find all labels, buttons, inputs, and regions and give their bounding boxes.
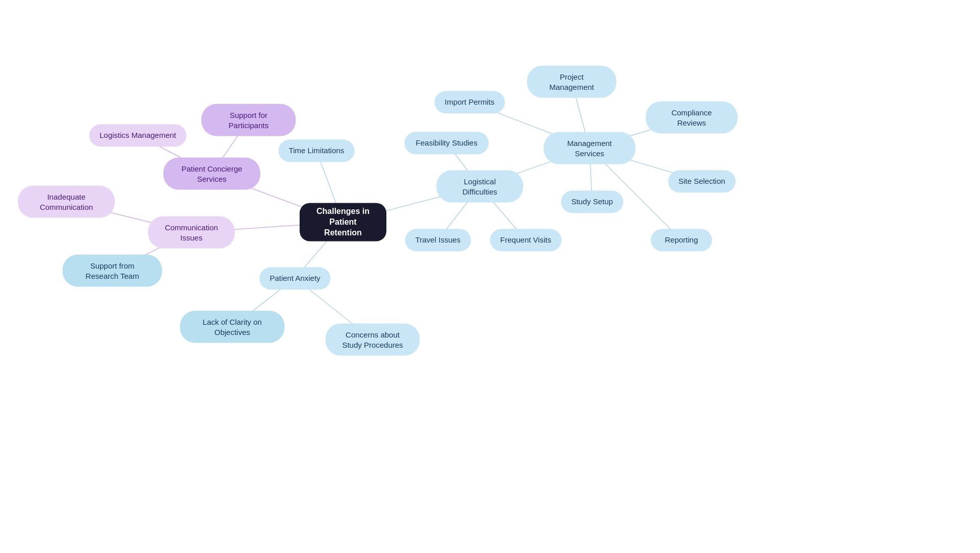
- site-selection-node: Site Selection: [668, 170, 736, 193]
- patient-concierge-node: Patient Concierge Services: [163, 158, 260, 190]
- inadequate-communication-node: Inadequate Communication: [18, 186, 115, 218]
- travel-issues-node: Travel Issues: [405, 229, 471, 251]
- logistical-difficulties-node: Logistical Difficulties: [436, 171, 523, 203]
- feasibility-studies-node: Feasibility Studies: [405, 132, 489, 154]
- support-participants-node: Support for Participants: [202, 104, 296, 136]
- compliance-reviews-node: Compliance Reviews: [646, 102, 738, 134]
- communication-issues-node: Communication Issues: [148, 217, 235, 249]
- import-permits-node: Import Permits: [434, 91, 505, 113]
- project-management-node: Project Management: [527, 66, 617, 98]
- concerns-study-node: Concerns about Study Procedures: [326, 324, 420, 356]
- mind-map: Challenges in Patient RetentionTime Limi…: [0, 0, 980, 553]
- center-node: Challenges in Patient Retention: [300, 203, 386, 242]
- patient-anxiety-node: Patient Anxiety: [259, 267, 330, 290]
- study-setup-node: Study Setup: [561, 190, 623, 213]
- lack-clarity-node: Lack of Clarity on Objectives: [180, 311, 285, 343]
- frequent-visits-node: Frequent Visits: [490, 229, 561, 251]
- logistics-management-node: Logistics Management: [89, 124, 186, 147]
- reporting-node: Reporting: [651, 229, 712, 251]
- management-services-node: Management Services: [544, 132, 635, 164]
- time-limitations-node: Time Limitations: [279, 139, 355, 162]
- support-research-team-node: Support from Research Team: [63, 255, 162, 287]
